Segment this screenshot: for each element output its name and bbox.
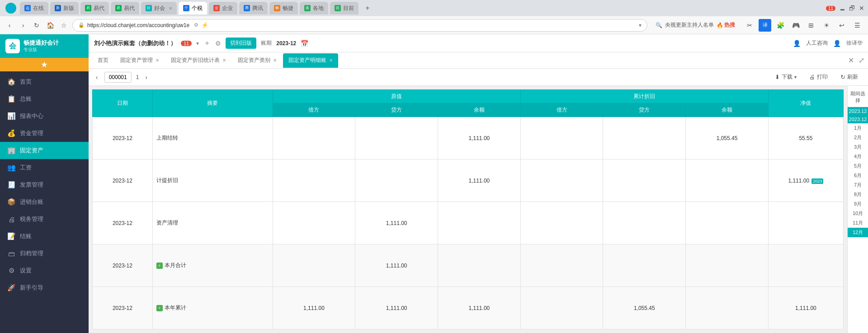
extension-btn[interactable]: 🧩 — [774, 19, 787, 32]
close-tab-btn[interactable]: ✕ — [848, 56, 854, 65]
page-code-input[interactable] — [104, 72, 132, 83]
new-tab-btn[interactable]: + — [362, 4, 373, 12]
sidebar-item-payroll[interactable]: 👥 工资 — [0, 159, 89, 176]
sidebar-item-fixed-assets[interactable]: 🏢 固定资产 — [0, 142, 89, 159]
period-month-1[interactable]: 1月 — [848, 123, 868, 133]
period-month-2[interactable]: 2月 — [848, 133, 868, 142]
next-page-btn[interactable]: › — [143, 73, 149, 82]
reload-btn[interactable]: ↻ — [32, 20, 42, 30]
page-tab-fixed-detail[interactable]: 固定资产明细账 ✕ — [283, 53, 338, 68]
tab-close-icon[interactable]: ✕ — [273, 58, 277, 63]
sidebar-item-home[interactable]: 🏠 首页 — [0, 73, 89, 90]
minimize-btn[interactable]: 🗕 — [839, 5, 845, 12]
restore-btn[interactable]: 🗗 — [849, 5, 855, 12]
tab-close-icon[interactable]: ✕ — [156, 58, 159, 63]
sidebar-item-invoice[interactable]: 🧾 发票管理 — [0, 176, 89, 193]
menu-btn[interactable]: ☰ — [851, 19, 863, 32]
cell-orig-balance — [438, 244, 521, 287]
browser-tab-haokuai[interactable]: 好 好会 ✕ — [141, 2, 177, 14]
page-tab-depreciation-stats[interactable]: 固定资产折旧统计表 ✕ — [165, 53, 231, 68]
period-month-12[interactable]: 12月 — [848, 228, 868, 237]
period-month-5[interactable]: 5月 — [848, 161, 868, 171]
cell-net-value: 1,111.00 2023 — [768, 159, 843, 202]
sidebar-item-archive[interactable]: 🗃 归档管理 — [0, 245, 89, 262]
period-month-8[interactable]: 8月 — [848, 190, 868, 199]
home-btn[interactable]: 🏠 — [45, 20, 55, 30]
game-btn[interactable]: 🎮 — [789, 19, 802, 32]
period-month-10[interactable]: 10月 — [848, 209, 868, 218]
tab-label: 畅捷 — [283, 5, 293, 12]
period-selected-display[interactable]: 2023.12 — [848, 115, 868, 123]
cell-orig-debit — [273, 117, 355, 159]
period-month-4[interactable]: 4月 — [848, 152, 868, 161]
tab-close-icon[interactable]: ✕ — [169, 6, 172, 11]
browser-tab-tencent[interactable]: 腾 腾讯 — [239, 2, 268, 14]
year-badge: 2023 — [811, 178, 823, 184]
sidebar-item-label: 报表中心 — [20, 112, 43, 120]
service-label[interactable]: 人工咨询 — [806, 39, 828, 47]
fund-icon: 💰 — [7, 129, 15, 137]
period-selected-year[interactable]: 2023.12 — [848, 107, 868, 115]
browser-tab-new[interactable]: 新 新版 — [50, 2, 79, 14]
cell-acc-debit — [520, 202, 603, 244]
grid-btn[interactable]: ⊞ — [805, 19, 817, 32]
search-icon: 🔍 — [656, 22, 662, 28]
period-month-6[interactable]: 6月 — [848, 171, 868, 180]
cell-acc-debit — [520, 117, 603, 159]
sidebar-item-closing[interactable]: 📝 结账 — [0, 228, 89, 245]
sidebar-item-report[interactable]: 📊 报表中心 — [0, 108, 89, 125]
brightness-btn[interactable]: ☀ — [820, 19, 833, 32]
table-row: 2023-12 资产清理 1,111.00 — [93, 202, 844, 244]
page-tab-fixed-category[interactable]: 固定资产类别 ✕ — [232, 53, 282, 68]
prev-page-btn[interactable]: ‹ — [94, 73, 100, 82]
undo-btn[interactable]: ↩ — [835, 19, 848, 32]
browser-toolbar-icons: ✂ 译 🧩 🎮 ⊞ ☀ ↩ ☰ — [743, 19, 863, 32]
tab-label: 易代 — [94, 5, 104, 12]
cell-orig-credit: 1,111.00 — [355, 244, 438, 287]
calendar-icon[interactable]: 📅 — [301, 40, 308, 47]
refresh-btn[interactable]: ↻ 刷新 — [836, 71, 863, 83]
sidebar-item-guide[interactable]: 🚀 新手引导 — [0, 279, 89, 296]
address-bar[interactable]: 🔒 https://cloud.chanjet.com/accounting/u… — [72, 19, 647, 32]
add-account-btn[interactable]: ＋ — [203, 38, 211, 48]
browser-tab-yidai1[interactable]: 易 易代 — [80, 2, 109, 14]
browser-tab-enterprise[interactable]: 企 企业 — [209, 2, 237, 14]
sidebar-item-ledger[interactable]: 📋 总账 — [0, 90, 89, 108]
sidebar-item-fund[interactable]: 💰 资金管理 — [0, 125, 89, 142]
print-btn[interactable]: 🖨 打印 — [805, 71, 832, 83]
scissors-btn[interactable]: ✂ — [743, 19, 756, 32]
period-month-7[interactable]: 7月 — [848, 180, 868, 190]
user-label: 徐译华 — [846, 39, 863, 47]
sidebar-item-label: 总账 — [20, 95, 32, 103]
download-btn[interactable]: ⬇ 下载 ▾ — [770, 71, 801, 83]
dropdown-icon[interactable]: ▾ — [639, 22, 642, 28]
page-tab-fixed-mgmt[interactable]: 固定资产管理 ✕ — [115, 53, 165, 68]
browser-tab-yidai2[interactable]: 易 易代 — [111, 2, 139, 14]
page-tab-home[interactable]: 首页 — [92, 53, 114, 68]
period-month-11[interactable]: 11月 — [848, 218, 868, 228]
cell-acc-credit: 1,055.45 — [603, 287, 686, 329]
browser-tab-gedi[interactable]: 各 各地 — [300, 2, 328, 14]
browser-tab-changjie[interactable]: 畅 畅捷 — [269, 2, 298, 14]
period-month-3[interactable]: 3月 — [848, 142, 868, 152]
period-month-9[interactable]: 9月 — [848, 199, 868, 209]
close-btn[interactable]: ✕ — [859, 5, 864, 12]
back-btn[interactable]: ‹ — [5, 20, 14, 30]
bookmark-btn[interactable]: ☆ — [59, 20, 69, 30]
settings-small-btn[interactable]: ⚙ — [215, 40, 221, 47]
dropdown-arrow[interactable]: ▾ — [196, 40, 199, 47]
search-bar[interactable]: 🔍 央视更新主持人名单 🔥 热搜 — [651, 21, 740, 29]
translate-btn[interactable]: 译 — [759, 19, 771, 32]
tab-close-icon[interactable]: ✕ — [222, 58, 226, 63]
sidebar-item-stock[interactable]: 📦 进销台账 — [0, 193, 89, 211]
site-settings-icon[interactable]: ⚙ — [194, 22, 198, 28]
browser-tab-active[interactable]: 个 个税 — [179, 2, 207, 14]
sidebar-item-tax[interactable]: 🖨 税务管理 — [0, 211, 89, 228]
browser-tab-online[interactable]: 在 在线 — [20, 2, 48, 14]
browser-tab-current[interactable]: 目 目前 — [330, 2, 359, 14]
tab-close-icon[interactable]: ✕ — [329, 58, 333, 63]
switch-version-btn[interactable]: 切到旧版 — [226, 38, 256, 49]
forward-btn[interactable]: › — [18, 20, 28, 30]
sidebar-item-settings[interactable]: ⚙ 设置 — [0, 262, 89, 279]
expand-btn[interactable]: ⤢ — [859, 56, 864, 65]
